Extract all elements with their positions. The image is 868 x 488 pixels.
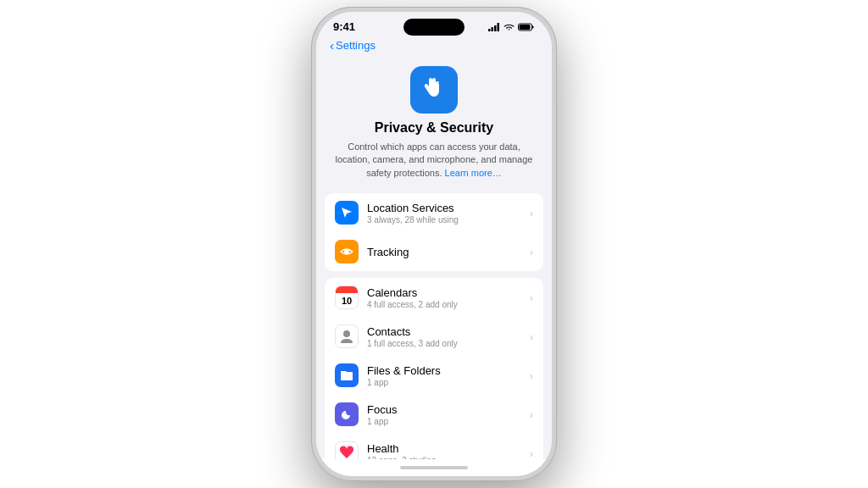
status-icons xyxy=(488,23,535,31)
hand-icon xyxy=(420,76,448,103)
contacts-chevron: › xyxy=(530,330,533,343)
focus-text: Focus 1 app xyxy=(367,403,526,426)
calendars-text: Calendars 4 full access, 2 add only xyxy=(367,286,526,309)
location-services-text: Location Services 3 always, 28 while usi… xyxy=(367,202,526,225)
calendars-chevron: › xyxy=(530,291,533,304)
tracking-row[interactable]: Tracking › xyxy=(325,232,543,271)
health-heart-icon xyxy=(339,446,354,459)
health-subtitle: 12 apps, 2 studies xyxy=(367,456,526,459)
svg-rect-3 xyxy=(498,23,500,31)
files-folders-icon xyxy=(335,363,359,387)
focus-icon xyxy=(335,402,359,426)
health-row[interactable]: Health 12 apps, 2 studies › xyxy=(325,434,543,459)
status-bar: 9:41 xyxy=(316,12,552,36)
svg-rect-5 xyxy=(532,25,534,28)
battery-icon xyxy=(518,23,535,31)
contacts-icon xyxy=(335,324,359,348)
health-title: Health xyxy=(367,442,526,455)
calendar-day-container: 10 xyxy=(342,293,352,308)
screen-content: Privacy & Security Control which apps ca… xyxy=(316,58,552,459)
contacts-title: Contacts xyxy=(367,325,526,338)
privacy-header: Privacy & Security Control which apps ca… xyxy=(316,58,552,193)
page-title: Privacy & Security xyxy=(333,120,535,136)
calendars-icon: 10 xyxy=(335,286,359,309)
files-folders-text: Files & Folders 1 app xyxy=(367,364,526,387)
files-folders-row[interactable]: Files & Folders 1 app › xyxy=(325,356,543,395)
tracking-icon xyxy=(335,240,359,263)
moon-icon xyxy=(340,408,353,421)
home-bar xyxy=(400,466,468,469)
focus-row[interactable]: Focus 1 app › xyxy=(325,395,543,434)
section-group-2: 10 Calendars 4 full access, 2 add only › xyxy=(325,278,543,459)
location-services-subtitle: 3 always, 28 while using xyxy=(367,215,526,225)
health-chevron: › xyxy=(530,447,533,459)
location-services-icon xyxy=(335,201,359,225)
section-group-1: Location Services 3 always, 28 while usi… xyxy=(325,193,543,271)
tracking-title: Tracking xyxy=(367,246,526,258)
contacts-person-icon xyxy=(338,328,355,345)
tracking-text: Tracking xyxy=(367,246,526,258)
back-label: Settings xyxy=(336,39,376,52)
tracking-chevron: › xyxy=(530,246,533,258)
contacts-row[interactable]: Contacts 1 full access, 3 add only › xyxy=(325,317,543,356)
settings-list: Location Services 3 always, 28 while usi… xyxy=(316,193,552,459)
health-text: Health 12 apps, 2 studies xyxy=(367,442,526,459)
location-services-row[interactable]: Location Services 3 always, 28 while usi… xyxy=(325,193,543,232)
calendar-day: 10 xyxy=(342,296,352,306)
phone-frame: 9:41 xyxy=(311,7,557,481)
files-folders-subtitle: 1 app xyxy=(367,378,526,387)
calendar-top-bar xyxy=(336,286,358,293)
calendars-row[interactable]: 10 Calendars 4 full access, 2 add only › xyxy=(325,278,543,317)
svg-rect-1 xyxy=(492,27,494,31)
location-services-title: Location Services xyxy=(367,202,526,214)
contacts-subtitle: 1 full access, 3 add only xyxy=(367,339,526,348)
files-folders-title: Files & Folders xyxy=(367,364,526,377)
page-description: Control which apps can access your data,… xyxy=(333,141,535,180)
svg-rect-6 xyxy=(520,25,531,30)
wifi-icon xyxy=(504,23,515,31)
folder-icon xyxy=(340,369,353,382)
learn-more-link[interactable]: Learn more… xyxy=(445,168,502,178)
tracking-eye-icon xyxy=(340,245,353,258)
status-time: 9:41 xyxy=(333,20,355,33)
signal-icon xyxy=(488,23,500,31)
privacy-icon-container xyxy=(410,66,458,114)
privacy-app-icon xyxy=(410,66,458,114)
svg-point-8 xyxy=(343,330,350,337)
dynamic-island xyxy=(403,19,465,36)
phone-screen: 9:41 xyxy=(316,12,552,476)
svg-rect-2 xyxy=(494,25,497,31)
location-arrow-icon xyxy=(340,206,353,219)
focus-chevron: › xyxy=(530,408,533,421)
back-chevron-icon: ‹ xyxy=(330,38,334,53)
nav-bar: ‹ Settings xyxy=(316,36,552,58)
svg-rect-0 xyxy=(488,29,491,31)
health-icon xyxy=(335,441,359,459)
back-button[interactable]: ‹ Settings xyxy=(330,38,538,53)
contacts-text: Contacts 1 full access, 3 add only xyxy=(367,325,526,348)
calendars-title: Calendars xyxy=(367,286,526,299)
home-indicator xyxy=(316,459,552,476)
files-folders-chevron: › xyxy=(530,369,533,382)
location-services-chevron: › xyxy=(530,207,533,219)
focus-subtitle: 1 app xyxy=(367,417,526,426)
focus-title: Focus xyxy=(367,403,526,416)
calendars-subtitle: 4 full access, 2 add only xyxy=(367,300,526,309)
